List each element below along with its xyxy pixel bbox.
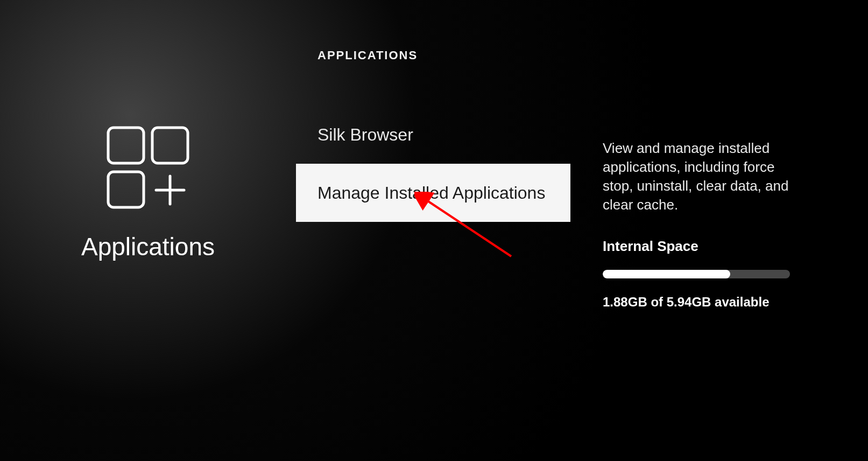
menu-item-label: Silk Browser — [317, 125, 413, 145]
menu-item-manage-installed-applications[interactable]: Manage Installed Applications — [296, 164, 570, 222]
storage-available-text: 1.88GB of 5.94GB available — [603, 295, 803, 310]
category-panel: Applications — [0, 0, 296, 461]
menu-item-silk-browser[interactable]: Silk Browser — [296, 106, 570, 164]
svg-rect-1 — [152, 128, 188, 163]
storage-progress-fill — [603, 270, 730, 278]
category-title: Applications — [81, 232, 215, 261]
menu-item-description: View and manage installed applications, … — [603, 139, 796, 214]
svg-rect-0 — [108, 128, 144, 163]
applications-settings-screen: Applications APPLICATIONS Silk Browser M… — [0, 0, 868, 461]
section-header: APPLICATIONS — [317, 48, 570, 62]
settings-menu: APPLICATIONS Silk Browser Manage Install… — [296, 0, 570, 461]
storage-progress-bar — [603, 270, 790, 278]
svg-rect-2 — [108, 172, 144, 207]
applications-icon — [105, 124, 191, 211]
detail-panel: View and manage installed applications, … — [570, 0, 868, 461]
menu-item-label: Manage Installed Applications — [317, 183, 545, 203]
storage-title: Internal Space — [603, 238, 803, 255]
